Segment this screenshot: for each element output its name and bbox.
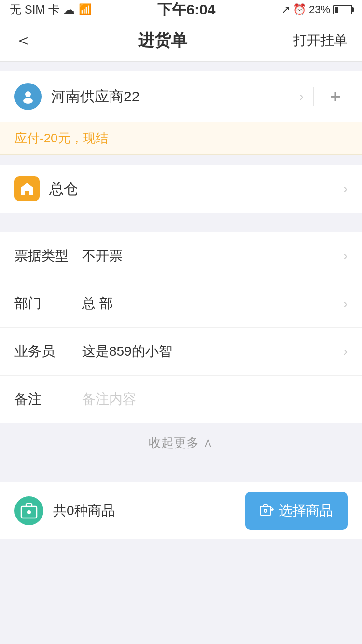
notes-label: 备注	[14, 390, 72, 408]
bottom-bar: 共0种商品 选择商品	[0, 482, 362, 539]
svg-point-5	[264, 509, 267, 512]
invoice-chevron-icon: ›	[343, 248, 348, 264]
product-icon-wrap	[14, 496, 43, 525]
salesperson-row[interactable]: 业务员 这是859的小智 ›	[0, 328, 362, 376]
supplier-name: 河南供应商22	[51, 87, 299, 107]
notes-row[interactable]: 备注 备注内容	[0, 376, 362, 423]
sim-label: 无 SIM 卡 ☁	[10, 2, 75, 17]
supplier-chevron-icon: ›	[299, 89, 304, 104]
wifi-icon: 📶	[79, 3, 92, 16]
status-time: 下午6:04	[157, 0, 215, 20]
nav-bar: ＜ 进货单 打开挂单	[0, 19, 362, 62]
department-value: 总 部	[82, 294, 343, 313]
supplier-divider	[313, 87, 314, 106]
svg-point-0	[25, 91, 31, 97]
section-divider-4	[0, 463, 362, 473]
invoice-value: 不开票	[82, 247, 343, 265]
page-title: 进货单	[138, 29, 187, 52]
notes-placeholder[interactable]: 备注内容	[82, 390, 348, 408]
section-divider-3	[0, 213, 362, 223]
select-product-button[interactable]: 选择商品	[245, 492, 348, 530]
product-count: 共0种商品	[53, 502, 236, 520]
status-right: ↗ ⏰ 23%	[281, 3, 352, 16]
svg-point-1	[23, 98, 33, 104]
warehouse-row[interactable]: 总仓 ›	[0, 165, 362, 213]
salesperson-value: 这是859的小智	[82, 342, 343, 361]
select-product-label: 选择商品	[279, 502, 333, 520]
location-icon: ↗	[281, 3, 290, 16]
supplier-avatar	[14, 83, 42, 110]
battery-icon	[333, 5, 352, 14]
warehouse-icon	[14, 176, 40, 201]
open-pending-button[interactable]: 打开挂单	[293, 31, 348, 50]
status-left: 无 SIM 卡 ☁ 📶	[10, 2, 92, 17]
supplier-section: 河南供应商22 › + 应付-20元，现结	[0, 71, 362, 155]
invoice-label: 票据类型	[14, 247, 72, 265]
form-section: 票据类型 不开票 › 部门 总 部 › 业务员 这是859的小智 › 备注 备注…	[0, 232, 362, 423]
department-label: 部门	[14, 294, 72, 313]
department-chevron-icon: ›	[343, 296, 348, 311]
svg-rect-4	[260, 506, 271, 515]
warehouse-section: 总仓 ›	[0, 165, 362, 213]
add-supplier-button[interactable]: +	[323, 86, 348, 108]
status-bar: 无 SIM 卡 ☁ 📶 下午6:04 ↗ ⏰ 23%	[0, 0, 362, 19]
salesperson-label: 业务员	[14, 342, 72, 361]
battery-percent: 23%	[309, 3, 330, 16]
invoice-row[interactable]: 票据类型 不开票 ›	[0, 232, 362, 280]
salesperson-chevron-icon: ›	[343, 344, 348, 359]
section-divider-1	[0, 62, 362, 71]
notice-banner: 应付-20元，现结	[0, 122, 362, 155]
warehouse-name: 总仓	[49, 179, 343, 199]
supplier-row[interactable]: 河南供应商22 › +	[0, 71, 362, 122]
department-row[interactable]: 部门 总 部 ›	[0, 280, 362, 328]
warehouse-chevron-icon: ›	[343, 181, 348, 196]
section-divider-2	[0, 155, 362, 165]
back-button[interactable]: ＜	[14, 28, 32, 52]
collapse-row[interactable]: 收起更多 ∧	[0, 423, 362, 463]
svg-point-3	[27, 510, 31, 514]
alarm-icon: ⏰	[293, 3, 306, 16]
